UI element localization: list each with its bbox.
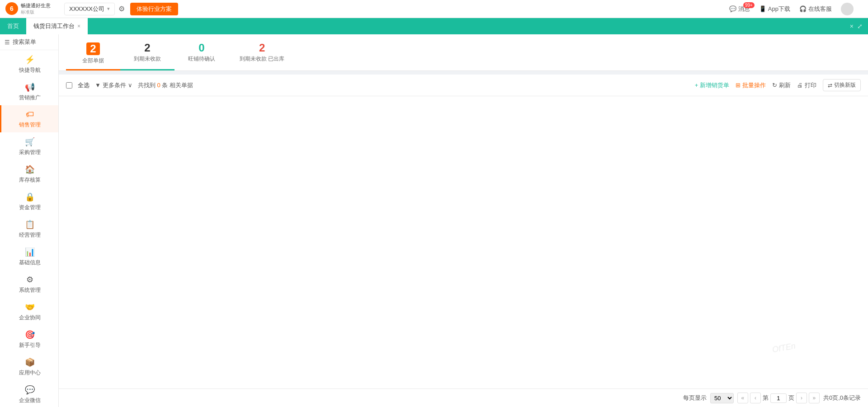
sales-label: 销售管理 bbox=[19, 121, 41, 129]
page-input[interactable] bbox=[770, 393, 787, 403]
per-page-label: 每页显示 bbox=[683, 394, 707, 402]
stat-tab-overdue[interactable]: 2 到期未收款 bbox=[120, 40, 175, 70]
inventory-icon: 🏠 bbox=[25, 164, 35, 174]
refresh-icon: ↻ bbox=[772, 82, 777, 89]
stats-tabs-row: 2 全部单据 2 到期未收款 0 旺铺待确认 2 到期未收款 已出库 bbox=[66, 40, 861, 70]
stat-tab-all[interactable]: 2 全部单据 bbox=[66, 40, 120, 70]
filter-button[interactable]: ▼ 更多条件 ∨ bbox=[95, 81, 132, 89]
next-page-button[interactable]: › bbox=[796, 393, 807, 403]
found-related: 相关单据 bbox=[170, 82, 193, 89]
operations-label: 经营管理 bbox=[19, 231, 41, 239]
logo-brand: 畅捷通好生意 bbox=[21, 2, 51, 9]
batch-operation-button[interactable]: ⊞ 批量操作 bbox=[736, 81, 766, 89]
sidebar-item-system[interactable]: ⚙ 系统管理 bbox=[0, 270, 58, 298]
online-service-item[interactable]: 🎧 在线客服 bbox=[799, 5, 832, 13]
page-unit: 页 bbox=[788, 394, 794, 402]
nav-tabs: 首页 钱货日清工作台 × × ⤢ bbox=[0, 18, 868, 34]
service-icon: 🎧 bbox=[799, 5, 807, 12]
prev-page-button[interactable]: ‹ bbox=[750, 393, 761, 403]
stat-tab-overdue-shipped[interactable]: 2 到期未收款 已出库 bbox=[229, 40, 295, 70]
print-button[interactable]: 🖨 打印 bbox=[797, 81, 816, 89]
guide-icon: 🎯 bbox=[25, 330, 35, 340]
sidebar-item-app-center[interactable]: 📦 应用中心 bbox=[0, 353, 58, 380]
message-item[interactable]: 💬 消息 99+ bbox=[729, 5, 750, 13]
logo-tag: 标准版 bbox=[21, 9, 51, 15]
base-info-label: 基础信息 bbox=[19, 259, 41, 267]
finance-icon: 🔒 bbox=[25, 192, 35, 202]
online-service-label: 在线客服 bbox=[808, 5, 832, 13]
sidebar-item-operations[interactable]: 📋 经营管理 bbox=[0, 215, 58, 243]
sidebar: ☰ 搜索菜单 ⚡ 快捷导航 📢 营销推广 🏷 销售管理 🛒 采购管理 🏠 库存核… bbox=[0, 34, 59, 407]
sidebar-item-quick-nav[interactable]: ⚡ 快捷导航 bbox=[0, 50, 58, 78]
nav-tab-actions: × ⤢ bbox=[850, 23, 868, 30]
base-info-icon: 📊 bbox=[25, 247, 35, 257]
finance-label: 资金管理 bbox=[19, 204, 41, 211]
operations-icon: 📋 bbox=[25, 220, 35, 229]
page-label: 第 bbox=[763, 394, 769, 402]
sidebar-item-finance[interactable]: 🔒 资金管理 bbox=[0, 187, 58, 215]
last-page-button[interactable]: » bbox=[809, 393, 820, 403]
message-icon: 💬 bbox=[729, 5, 736, 12]
stat-label-overdue: 到期未收款 bbox=[134, 55, 161, 63]
tab-active[interactable]: 钱货日清工作台 × bbox=[26, 18, 88, 34]
refresh-label: 刷新 bbox=[779, 81, 791, 89]
tab-maximize-icon[interactable]: ⤢ bbox=[857, 23, 863, 30]
app-download-item[interactable]: 📱 App下载 bbox=[759, 5, 790, 13]
sidebar-item-guide[interactable]: 🎯 新手引导 bbox=[0, 325, 58, 353]
toolbar-right: + 新增销货单 ⊞ 批量操作 ↻ 刷新 🖨 打印 ⇄ 切换新版 bbox=[695, 79, 861, 91]
tab-minimize-icon[interactable]: × bbox=[850, 23, 854, 30]
stat-num-overdue: 2 bbox=[144, 42, 150, 53]
guide-label: 新手引导 bbox=[19, 342, 41, 349]
sidebar-item-marketing[interactable]: 📢 营销推广 bbox=[0, 78, 58, 105]
switch-icon: ⇄ bbox=[828, 82, 832, 89]
sidebar-item-base-info[interactable]: 📊 基础信息 bbox=[0, 243, 58, 270]
tab-home-label: 首页 bbox=[7, 22, 19, 30]
marketing-icon: 📢 bbox=[25, 82, 35, 92]
sidebar-item-wechat[interactable]: 💬 企业微信 bbox=[0, 380, 58, 407]
app-center-label: 应用中心 bbox=[19, 369, 41, 377]
select-all-label: 全选 bbox=[78, 81, 90, 89]
sales-icon: 🏷 bbox=[26, 110, 34, 119]
wechat-label: 企业微信 bbox=[19, 397, 41, 404]
search-icon: ☰ bbox=[5, 39, 10, 46]
purchase-icon: 🛒 bbox=[25, 137, 35, 147]
batch-label: 批量操作 bbox=[742, 81, 766, 89]
tab-home[interactable]: 首页 bbox=[0, 18, 26, 34]
per-page-select[interactable]: 50 100 200 bbox=[710, 393, 734, 403]
company-selector[interactable]: XXXXXX公司 ▾ bbox=[64, 3, 115, 15]
refresh-button[interactable]: ↻ 刷新 bbox=[772, 81, 791, 89]
pagination-bar: 每页显示 50 100 200 « ‹ 第 页 › » 共0页,0条记录 bbox=[59, 388, 868, 407]
message-badge: 99+ bbox=[743, 2, 755, 8]
company-dropdown-arrow: ▾ bbox=[107, 6, 110, 12]
add-btn-label: + 新增销货单 bbox=[695, 81, 729, 89]
company-name: XXXXXX公司 bbox=[69, 5, 104, 13]
system-label: 系统管理 bbox=[19, 286, 41, 294]
sidebar-item-sales[interactable]: 🏷 销售管理 bbox=[0, 105, 58, 132]
app-download-label: App下载 bbox=[768, 5, 790, 13]
trial-button[interactable]: 体验行业方案 bbox=[130, 3, 178, 15]
table-area bbox=[59, 96, 868, 388]
filter-label: 更多条件 bbox=[103, 81, 126, 89]
settings-icon[interactable]: ⚙ bbox=[118, 5, 125, 13]
toolbar: 全选 ▼ 更多条件 ∨ 共找到 0 条 相关单据 + 新增销货单 ⊞ 批量操作 bbox=[59, 75, 868, 96]
switch-version-button[interactable]: ⇄ 切换新版 bbox=[823, 79, 861, 91]
sidebar-item-inventory[interactable]: 🏠 库存核算 bbox=[0, 160, 58, 187]
sidebar-item-enterprise[interactable]: 🤝 企业协同 bbox=[0, 298, 58, 325]
sidebar-item-purchase[interactable]: 🛒 采购管理 bbox=[0, 132, 58, 160]
tab-active-label: 钱货日清工作台 bbox=[33, 22, 75, 30]
download-icon: 📱 bbox=[759, 5, 766, 12]
first-page-button[interactable]: « bbox=[737, 393, 748, 403]
main-layout: ☰ 搜索菜单 ⚡ 快捷导航 📢 营销推广 🏷 销售管理 🛒 采购管理 🏠 库存核… bbox=[0, 34, 868, 407]
tab-close-icon[interactable]: × bbox=[77, 23, 80, 29]
select-all-checkbox[interactable] bbox=[66, 82, 72, 89]
wechat-icon: 💬 bbox=[25, 385, 35, 395]
filter-icon: ▼ bbox=[95, 82, 101, 89]
stat-label-all: 全部单据 bbox=[82, 57, 104, 65]
avatar[interactable] bbox=[841, 3, 854, 15]
logo-icon: 6 bbox=[5, 2, 18, 15]
app-center-icon: 📦 bbox=[25, 357, 35, 367]
add-sale-button[interactable]: + 新增销货单 bbox=[695, 81, 729, 89]
sidebar-search[interactable]: ☰ 搜索菜单 bbox=[0, 34, 58, 50]
print-icon: 🖨 bbox=[797, 82, 803, 89]
stat-tab-wangpu[interactable]: 0 旺铺待确认 bbox=[175, 40, 229, 70]
